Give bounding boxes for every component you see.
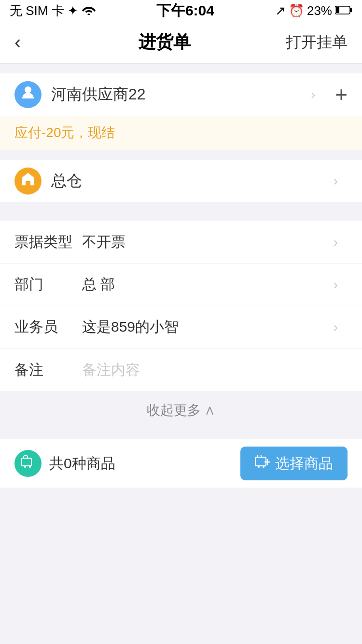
status-left: 无 SIM 卡 ✦ <box>10 2 96 19</box>
svg-rect-2 <box>336 7 339 13</box>
back-button[interactable]: ‹ <box>14 31 43 53</box>
bottom-bar: 共0种商品 选择商品 <box>0 439 362 488</box>
no-sim-text: 无 SIM 卡 ✦ <box>10 2 78 19</box>
warehouse-icon <box>21 172 35 189</box>
sales-value: 这是859的小智 <box>72 317 334 337</box>
nav-bar: ‹ 进货单 打开挂单 <box>0 21 362 64</box>
invoice-chevron-icon: › <box>334 235 338 250</box>
battery-icon <box>335 3 352 18</box>
warehouse-chevron-icon: › <box>334 173 338 189</box>
svg-rect-10 <box>255 457 266 466</box>
cart-icon <box>21 455 35 472</box>
svg-point-8 <box>24 466 26 468</box>
sales-chevron-icon: › <box>334 320 338 335</box>
collapse-label: 收起更多 ∧ <box>147 401 216 420</box>
location-icon: ↗ <box>275 3 286 18</box>
select-product-icon <box>255 455 270 472</box>
supplier-name: 河南供应商22 <box>51 84 311 105</box>
battery-text: 23% <box>307 3 332 18</box>
dept-label: 部门 <box>14 275 72 294</box>
svg-rect-6 <box>26 181 30 185</box>
invoice-row[interactable]: 票据类型 不开票 › <box>0 221 362 264</box>
product-count-text: 共0种商品 <box>49 454 115 474</box>
form-section: 票据类型 不开票 › 部门 总 部 › 业务员 这是859的小智 › 备注 备注… <box>0 221 362 391</box>
invoice-label: 票据类型 <box>14 232 72 252</box>
svg-rect-1 <box>350 8 352 12</box>
wifi-icon <box>82 3 96 18</box>
svg-rect-7 <box>22 458 31 466</box>
svg-point-9 <box>29 466 31 468</box>
status-time: 下午6:04 <box>156 1 214 21</box>
warehouse-row[interactable]: 总仓 › <box>0 159 362 202</box>
dept-value: 总 部 <box>72 275 334 294</box>
svg-point-11 <box>258 466 260 468</box>
remark-row[interactable]: 备注 备注内容 <box>0 349 362 391</box>
svg-point-12 <box>263 466 265 468</box>
notice-bar: 应付-20元，现结 <box>0 116 362 150</box>
section-gap-2 <box>0 150 362 159</box>
collapse-row[interactable]: 收起更多 ∧ <box>0 391 362 430</box>
sales-row[interactable]: 业务员 这是859的小智 › <box>0 306 362 349</box>
select-product-label: 选择商品 <box>275 454 333 474</box>
svg-marker-5 <box>21 173 35 178</box>
notice-text: 应付-20元，现结 <box>14 125 115 140</box>
product-icon-wrap <box>14 450 42 477</box>
svg-point-3 <box>25 86 31 93</box>
open-pending-button[interactable]: 打开挂单 <box>286 32 348 53</box>
remark-label: 备注 <box>14 360 72 380</box>
warehouse-section: 总仓 › <box>0 159 362 202</box>
page-title: 进货单 <box>139 30 191 54</box>
warehouse-name: 总仓 <box>51 170 334 192</box>
page-fill <box>0 488 362 644</box>
person-icon <box>20 85 36 104</box>
sales-label: 业务员 <box>14 317 72 337</box>
supplier-chevron-icon: › <box>311 87 315 102</box>
select-product-button[interactable]: 选择商品 <box>240 447 348 480</box>
section-gap-1 <box>0 64 362 73</box>
add-button[interactable]: + <box>325 83 348 107</box>
dept-row[interactable]: 部门 总 部 › <box>0 264 362 306</box>
invoice-value: 不开票 <box>72 232 334 252</box>
section-gap-3 <box>0 202 362 211</box>
product-count-wrap: 共0种商品 <box>14 450 115 477</box>
remark-input[interactable]: 备注内容 <box>72 360 348 380</box>
alarm-icon: ⏰ <box>289 3 304 18</box>
dept-chevron-icon: › <box>334 277 338 293</box>
supplier-row[interactable]: 河南供应商22 › + <box>0 73 362 116</box>
supplier-section: 河南供应商22 › + 应付-20元，现结 <box>0 73 362 150</box>
supplier-avatar <box>14 81 42 108</box>
status-right: ↗ ⏰ 23% <box>275 3 352 18</box>
warehouse-icon-wrap <box>14 168 42 195</box>
section-gap-4 <box>0 430 362 439</box>
status-bar: 无 SIM 卡 ✦ 下午6:04 ↗ ⏰ 23% <box>0 0 362 21</box>
